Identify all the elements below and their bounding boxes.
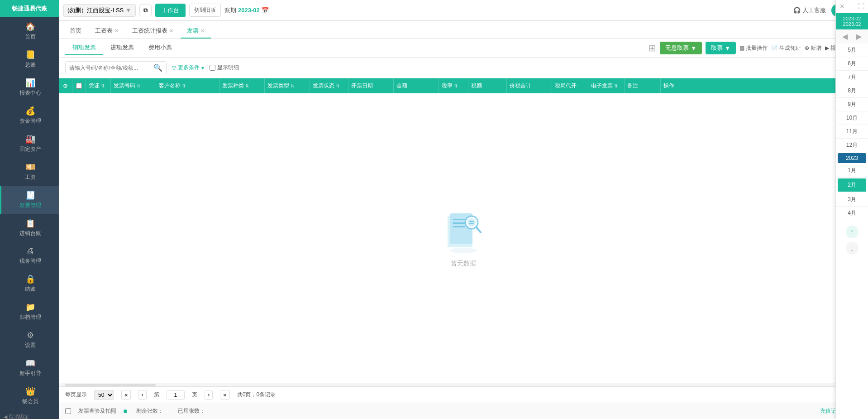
sidebar-item-invoice[interactable]: 🧾 发票管理 — [0, 186, 59, 214]
period-month-5[interactable]: 5月 — [836, 43, 868, 57]
period-month-8[interactable]: 8月 — [836, 84, 868, 98]
archive-icon: 📁 — [25, 302, 35, 312]
sidebar-item-tax[interactable]: 🖨 税务管理 — [0, 242, 59, 270]
svg-rect-5 — [453, 226, 465, 227]
sidebar-item-home[interactable]: 🏠 首页 — [0, 17, 59, 45]
app-logo: 畅捷通易代账 — [0, 0, 59, 17]
more-conditions-button[interactable]: ▽ 更多条件 ▾ — [172, 64, 204, 72]
th-checkbox[interactable] — [72, 78, 86, 93]
tab-invoice[interactable]: 发票 ✕ — [181, 24, 211, 39]
collapse-icon: ◀ — [4, 414, 7, 419]
tab-home[interactable]: 首页 — [63, 24, 88, 39]
take-ticket-button[interactable]: 取票 ▼ — [706, 42, 736, 54]
caret-icon: ▾ — [201, 65, 204, 71]
expand-panel-icon[interactable]: ⛶ — [858, 3, 864, 10]
sort-voucher[interactable]: ⇅ — [101, 83, 105, 88]
sub-tab-sales-invoice[interactable]: 销项发票 — [65, 41, 103, 55]
pagination-bar: 每页显示 50 « ‹ 第 页 › » 共0页，0条记录 — [59, 386, 868, 403]
workbench-button[interactable]: 工作台 — [155, 4, 186, 17]
customer-service[interactable]: 🎧 人工客服 — [793, 6, 826, 14]
period-month-3[interactable]: 3月 — [836, 193, 868, 207]
grid-view-button[interactable]: ⊞ — [649, 43, 656, 53]
horizontal-scrollbar[interactable] — [65, 384, 156, 386]
sidebar-item-funds[interactable]: 💰 资金管理 — [0, 101, 59, 130]
close-panel-icon[interactable]: ✕ — [839, 3, 845, 10]
sort-invoice-status[interactable]: ⇅ — [336, 83, 339, 88]
period-month-7[interactable]: 7月 — [836, 71, 868, 84]
no-take-ticket-button[interactable]: 无息取票 ▼ — [660, 42, 702, 54]
sidebar-item-closing[interactable]: 🔒 结账 — [0, 270, 59, 298]
first-page-button[interactable]: « — [121, 390, 131, 400]
sidebar-collapse[interactable]: ◀ 取消固定 — [0, 410, 59, 419]
period-month-4[interactable]: 4月 — [836, 207, 868, 220]
sort-e-invoice[interactable]: ⇅ — [614, 83, 618, 88]
company-selector[interactable]: (勿删）江西股宝-LSS ▼ — [63, 4, 136, 17]
svg-rect-10 — [469, 223, 474, 224]
period-up-icon[interactable]: ↑ — [846, 226, 858, 238]
tab-salary[interactable]: 工资表 ✕ — [89, 24, 125, 39]
last-page-button[interactable]: » — [220, 390, 229, 400]
search-input[interactable] — [69, 65, 151, 71]
switch-version-button[interactable]: 切到旧版 — [189, 4, 221, 17]
total-count: 共0页，0条记录 — [237, 391, 276, 399]
svg-point-0 — [450, 248, 477, 253]
per-page-select[interactable]: 50 — [94, 390, 114, 400]
sort-client[interactable]: ⇅ — [182, 83, 186, 88]
next-page-button[interactable]: › — [205, 390, 213, 400]
sidebar-item-salary[interactable]: 💴 工资 — [0, 158, 59, 186]
period-month-12[interactable]: 12月 — [836, 139, 868, 152]
th-invoice-type: 发票种类 ⇅ — [219, 78, 265, 93]
period-calendar-icon[interactable]: 📅 — [262, 7, 269, 14]
page-input[interactable] — [167, 390, 185, 400]
sort-invoice-type[interactable]: ⇅ — [245, 83, 249, 88]
period-down-icon[interactable]: ↓ — [846, 242, 858, 255]
period-month-11[interactable]: 11月 — [836, 125, 868, 139]
sidebar-item-archive[interactable]: 📁 归档管理 — [0, 298, 59, 326]
bottom-area: 每页显示 50 « ‹ 第 页 › » 共0页，0条记录 发票查验及拍照 剩余张… — [59, 383, 868, 419]
close-salary-tab[interactable]: ✕ — [114, 28, 119, 34]
period-month-9[interactable]: 9月 — [836, 98, 868, 111]
invoice-verify-checkbox[interactable] — [65, 408, 71, 414]
period-month-2-active[interactable]: 2月 — [838, 178, 866, 192]
sidebar-item-label: 新手引导 — [19, 370, 41, 377]
batch-op-button[interactable]: ▤ 批量操作 — [739, 44, 768, 52]
main-area: (勿删）江西股宝-LSS ▼ ⧉ 工作台 切到旧版 账期 2023-02 📅 🎧… — [59, 0, 868, 419]
period-month-1[interactable]: 1月 — [836, 164, 868, 178]
sidebar-item-report[interactable]: 📊 报表中心 — [0, 73, 59, 101]
closing-icon: 🔒 — [25, 274, 35, 284]
show-detail-wrap[interactable]: 显示明细 — [210, 64, 239, 72]
show-detail-checkbox[interactable] — [210, 65, 215, 71]
sidebar-item-guide[interactable]: 📖 新手引导 — [0, 354, 59, 382]
sub-tab-expense-receipt[interactable]: 费用小票 — [141, 41, 179, 55]
gen-voucher-button[interactable]: 📄 生成凭证 — [771, 44, 801, 52]
sidebar-item-ledger[interactable]: 📒 总账 — [0, 45, 59, 73]
th-voucher: 凭证 ⇅ — [86, 78, 111, 93]
company-name: (勿删）江西股宝-LSS — [67, 6, 124, 14]
period-month-10[interactable]: 10月 — [836, 111, 868, 125]
close-invoice-tab[interactable]: ✕ — [200, 28, 205, 34]
sidebar-item-sales[interactable]: 📋 进销台账 — [0, 214, 59, 242]
period-panel-header[interactable]: 2023.02 2023.02 — [836, 13, 868, 29]
search-input-wrap[interactable]: 🔍 — [65, 61, 167, 74]
period-month-6[interactable]: 6月 — [836, 57, 868, 71]
sub-tab-purchase-invoice[interactable]: 进项发票 — [103, 41, 141, 55]
select-all-checkbox[interactable] — [76, 83, 82, 89]
th-settings[interactable]: ⚙ — [59, 78, 72, 93]
tabs-bar: 首页 工资表 ✕ 工资统计报表 ✕ 发票 ✕ — [59, 21, 868, 39]
tab-salary-report[interactable]: 工资统计报表 ✕ — [126, 24, 180, 39]
sort-tax-rate[interactable]: ⇅ — [454, 83, 458, 88]
close-salary-report-tab[interactable]: ✕ — [169, 28, 173, 34]
period-bottom-icons: ↑ ↓ — [836, 222, 868, 258]
sidebar-item-assets[interactable]: 🏭 固定资产 — [0, 130, 59, 158]
sidebar-item-settings[interactable]: ⚙ 设置 — [0, 326, 59, 354]
period-prev-icon[interactable]: ◀ — [842, 32, 848, 41]
period-next-icon[interactable]: ▶ — [856, 32, 862, 41]
sidebar-item-label: 进销台账 — [19, 230, 41, 237]
sort-invoice-cat[interactable]: ⇅ — [291, 83, 294, 88]
sidebar-item-member[interactable]: 👑 畅会员 — [0, 382, 59, 410]
new-button[interactable]: ⊕ 新增 — [805, 44, 821, 52]
copy-button[interactable]: ⧉ — [139, 5, 152, 16]
page-label: 第 — [154, 391, 159, 399]
sort-invoice-no[interactable]: ⇅ — [137, 83, 140, 88]
prev-page-button[interactable]: ‹ — [138, 390, 146, 400]
